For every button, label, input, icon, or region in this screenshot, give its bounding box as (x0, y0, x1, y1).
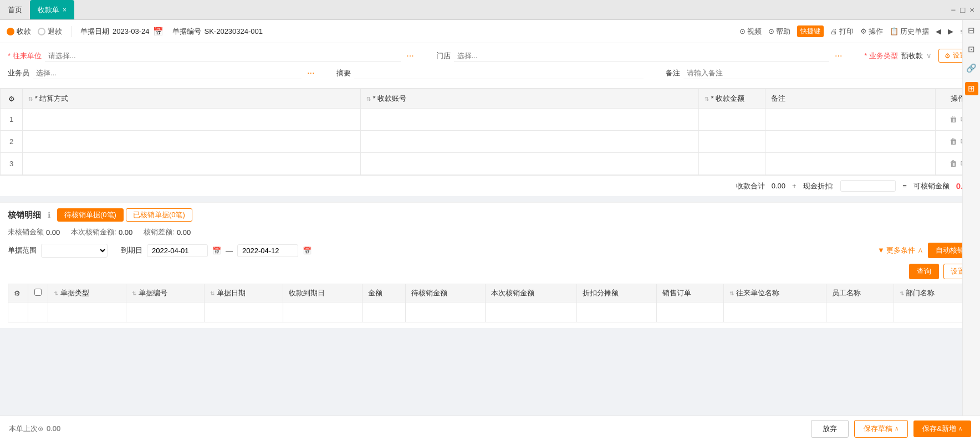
nav-prev-icon[interactable]: ◀ (936, 27, 941, 35)
sidebar-sheet-icon[interactable]: ⊡ (968, 44, 975, 54)
business-type-label: * 业务类型 (864, 51, 898, 61)
col-settings-icon[interactable]: ⚙ (8, 95, 15, 103)
history-btn[interactable]: 📋 历史单据 (890, 27, 929, 37)
shortcut-btn[interactable]: 快捷键 (797, 25, 824, 37)
window-close-icon[interactable]: × (969, 5, 974, 14)
operations-btn[interactable]: ⚙ 操作 (860, 27, 883, 37)
row-3-settlement[interactable] (23, 153, 361, 175)
store-input[interactable] (454, 50, 829, 62)
table-row: 2 🗑 ⧉ (1, 131, 980, 153)
row-2-note[interactable] (765, 131, 935, 153)
col-settings-icon-2[interactable]: ⚙ (14, 289, 21, 298)
video-btn[interactable]: ⊙ 视频 (739, 27, 762, 37)
tab-pending[interactable]: 待核销单据(0笔) (57, 208, 124, 222)
tab-done[interactable]: 已核销单据(0笔) (126, 208, 192, 222)
offset-header: 核销明细 ℹ 待核销单据(0笔) 已核销单据(0笔) (8, 208, 972, 222)
offset-table: ⚙ ⇅ 单据类型 ⇅ 单据编号 (8, 284, 972, 322)
row-3-note[interactable] (765, 153, 935, 175)
summary-row: 收款合计 0.00 + 现金折扣: = 可核销金额 0.00 (0, 175, 980, 196)
staff-input[interactable] (33, 67, 302, 79)
calendar-from-icon[interactable]: 📅 (212, 247, 221, 255)
row-1-account[interactable] (360, 109, 698, 131)
staff-label: 业务员 (8, 68, 29, 78)
tab-close-icon[interactable]: × (63, 6, 67, 14)
equals-sign: = (902, 182, 907, 190)
query-btn[interactable]: 查询 (909, 264, 939, 279)
print-btn[interactable]: 🖨 打印 (830, 27, 854, 37)
radio-dot-refund (38, 28, 45, 35)
form-row-2: 业务员 ··· 摘要 备注 (8, 67, 972, 79)
sidebar-table-icon[interactable]: ⊟ (968, 25, 975, 35)
discount-input[interactable] (840, 180, 896, 192)
radio-refund[interactable]: 退款 (38, 27, 62, 37)
more-filter-btn[interactable]: ▼ 更多条件 ∧ (877, 245, 923, 255)
help-btn[interactable]: ⊙ 帮助 (768, 27, 790, 37)
store-more-btn[interactable]: ··· (835, 51, 842, 61)
col-account-header: ⇅ * 收款账号 (360, 89, 698, 109)
col-amount-header: ⇅ * 收款金额 (698, 89, 765, 109)
calendar-to-icon[interactable]: 📅 (303, 247, 312, 255)
date-from-input[interactable] (147, 244, 208, 257)
offset-table-row (8, 302, 972, 322)
staff-more-btn[interactable]: ··· (307, 68, 314, 78)
range-label: 单据范围 (8, 245, 37, 255)
query-row: 查询 设置 (8, 264, 972, 279)
date-to-input[interactable] (237, 244, 298, 257)
col-current-header: 本次核销金额 (485, 284, 576, 302)
row-2-delete-icon[interactable]: 🗑 (950, 137, 957, 146)
business-type-dropdown-icon[interactable]: ∨ (926, 52, 932, 60)
table-row: 1 🗑 ⧉ (1, 109, 980, 131)
range-select[interactable] (41, 244, 108, 258)
radio-refund-label: 退款 (48, 27, 62, 37)
row-1-settlement[interactable] (23, 109, 361, 131)
date-range-dash: — (226, 247, 233, 255)
summary-input[interactable] (354, 67, 643, 79)
note-input[interactable] (683, 67, 972, 79)
store-label: 门店 (436, 51, 451, 61)
calendar-icon[interactable]: 📅 (153, 27, 164, 37)
tab-bar: 首页 收款单 × − □ × (0, 0, 980, 20)
window-max-icon[interactable]: □ (960, 5, 965, 14)
col-sales-order-header: 销售订单 (656, 284, 724, 302)
partner-more-btn[interactable]: ··· (406, 51, 414, 61)
offset-section: 核销明细 ℹ 待核销单据(0笔) 已核销单据(0笔) 未核销金额 0.00 本次… (0, 202, 980, 328)
offset-title: 核销明细 (8, 210, 41, 221)
total-label: 收款合计 (736, 181, 765, 191)
col-note-header: 备注 (765, 89, 935, 109)
select-all-checkbox[interactable] (34, 289, 42, 296)
sidebar-attach-icon[interactable]: 🔗 (966, 63, 977, 73)
business-type-value: 预收款 (901, 51, 923, 61)
tab-collection[interactable]: 收款单 × (30, 0, 74, 19)
radio-collection[interactable]: 收款 (7, 27, 31, 37)
row-3-account[interactable] (360, 153, 698, 175)
help-icon: ⊙ (768, 27, 774, 35)
tab-home[interactable]: 首页 (0, 0, 30, 19)
business-type-field: * 业务类型 预收款 ∨ (864, 51, 932, 61)
number-value: SK-20230324-001 (205, 27, 263, 35)
partner-field: * 往来单位 ··· (8, 50, 414, 62)
col-dept-header: ⇅ 部门名称 (894, 284, 972, 302)
tab-bar-controls: − □ × (951, 5, 980, 14)
sidebar-expand-icon[interactable]: ⊞ (965, 82, 978, 95)
row-3-delete-icon[interactable]: 🗑 (950, 159, 957, 168)
tab-home-label: 首页 (8, 5, 22, 15)
offset-info-icon[interactable]: ℹ (48, 211, 50, 219)
current-stat: 本次核销金额: 0.00 (71, 227, 132, 237)
row-1-delete-icon[interactable]: 🗑 (950, 115, 957, 124)
table-section: ⚙ ⇅ * 结算方式 ⇅ * 收款账号 ⇅ * 收款金额 (0, 89, 980, 196)
row-2-amount[interactable] (698, 131, 765, 153)
window-min-icon[interactable]: − (951, 5, 956, 14)
table-header-row: ⚙ ⇅ * 结算方式 ⇅ * 收款账号 ⇅ * 收款金额 (1, 89, 980, 109)
partner-input[interactable] (45, 50, 401, 62)
nav-next-icon[interactable]: ▶ (948, 27, 953, 35)
note-field: 备注 (666, 67, 972, 79)
print-icon: 🖨 (830, 27, 838, 35)
settings-icon: ⚙ (860, 27, 867, 35)
row-2-settlement[interactable] (23, 131, 361, 153)
row-1-amount[interactable] (698, 109, 765, 131)
row-2-account[interactable] (360, 131, 698, 153)
row-1-note[interactable] (765, 109, 935, 131)
gear-icon: ⚙ (945, 52, 951, 60)
due-label: 到期日 (121, 245, 142, 255)
row-3-amount[interactable] (698, 153, 765, 175)
